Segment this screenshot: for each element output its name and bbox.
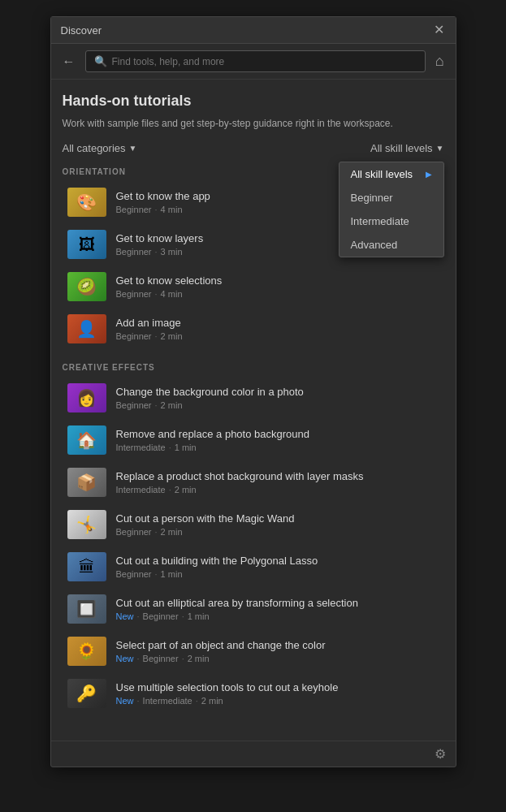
new-badge: New [116, 654, 134, 663]
settings-bar: ⚙ [51, 741, 456, 767]
search-input[interactable] [112, 56, 417, 67]
close-button[interactable]: ✕ [432, 24, 446, 37]
dropdown-item-advanced[interactable]: Advanced [339, 233, 443, 257]
skill-level-filter[interactable]: All skill levels ▼ [370, 142, 443, 154]
tutorial-meta: New · Intermediate · 2 min [116, 696, 439, 706]
tutorial-thumb: 🎨 [67, 188, 106, 217]
categories-filter[interactable]: All categories ▼ [63, 142, 137, 154]
tutorial-title: Replace a product shot background with l… [116, 470, 439, 482]
tutorial-title: Cut out a person with the Magic Wand [116, 512, 439, 525]
new-badge: New [116, 611, 134, 621]
tutorial-info: Add an image Beginner · 2 min [116, 317, 439, 341]
tutorial-thumb: 🏛 [67, 552, 106, 581]
tutorial-meta: Beginner · 2 min [116, 400, 439, 410]
tutorial-title: Select part of an object and change the … [116, 639, 439, 651]
tutorial-meta: Beginner · 2 min [116, 527, 439, 537]
creative-effects-list: 👩 Change the background color in a photo… [63, 377, 444, 715]
tutorial-item-elliptical-area[interactable]: 🔲 Cut out an elliptical area by transfor… [63, 588, 444, 630]
tutorial-title: Add an image [116, 317, 439, 329]
tutorial-info: Select part of an object and change the … [116, 639, 439, 663]
tutorial-thumb: 🔑 [67, 679, 106, 708]
tutorial-item-keyhole[interactable]: 🔑 Use multiple selection tools to cut ou… [63, 672, 444, 715]
tutorial-item-select-object-color[interactable]: 🌻 Select part of an object and change th… [63, 630, 444, 672]
tutorial-item-polygonal-lasso[interactable]: 🏛 Cut out a building with the Polygonal … [63, 546, 444, 588]
home-button[interactable]: ⌂ [432, 51, 448, 71]
dropdown-item-all[interactable]: All skill levels ▶ [339, 162, 443, 186]
tutorial-thumb: 📦 [67, 468, 106, 497]
tutorial-info: Cut out a building with the Polygonal La… [116, 555, 439, 579]
chevron-down-icon: ▼ [436, 144, 444, 153]
tutorial-thumb: 🌻 [67, 637, 106, 666]
tutorial-info: Replace a product shot background with l… [116, 470, 439, 495]
tutorial-title: Cut out an elliptical area by transformi… [116, 597, 439, 609]
tutorial-thumb: 🏠 [67, 425, 106, 455]
tutorial-info: Use multiple selection tools to cut out … [116, 681, 439, 706]
tutorial-item-get-to-know-selections[interactable]: 🥝 Get to know selections Beginner · 4 mi… [63, 266, 444, 308]
tutorial-info: Cut out a person with the Magic Wand Beg… [116, 512, 439, 537]
tutorial-item-magic-wand[interactable]: 🤸 Cut out a person with the Magic Wand B… [63, 503, 444, 546]
tutorial-item-remove-replace-bg[interactable]: 🏠 Remove and replace a photo background … [63, 419, 444, 461]
tutorial-info: Remove and replace a photo background In… [116, 428, 439, 452]
tutorial-item-add-an-image[interactable]: 👤 Add an image Beginner · 2 min [63, 308, 444, 350]
skill-level-dropdown: All skill levels ▶ Beginner Intermediate… [339, 162, 444, 257]
tutorial-info: Get to know selections Beginner · 4 min [116, 274, 439, 299]
tutorial-thumb: 🔲 [67, 594, 106, 624]
tutorial-meta: New · Beginner · 2 min [116, 654, 439, 663]
check-icon: ▶ [426, 170, 432, 179]
search-icon: 🔍 [94, 55, 107, 67]
dropdown-item-beginner[interactable]: Beginner [339, 186, 443, 209]
new-badge: New [116, 696, 134, 706]
tutorial-info: Cut out an elliptical area by transformi… [116, 597, 439, 621]
tutorial-info: Change the background color in a photo B… [116, 386, 439, 410]
tutorial-thumb: 🖼 [67, 230, 106, 259]
tutorial-meta: Intermediate · 1 min [116, 443, 439, 452]
tutorial-thumb: 🤸 [67, 510, 106, 539]
tutorial-item-change-bg-color[interactable]: 👩 Change the background color in a photo… [63, 377, 444, 419]
tutorial-thumb: 🥝 [67, 272, 106, 301]
tutorial-meta: Intermediate · 2 min [116, 485, 439, 495]
window-title: Discover [61, 24, 102, 37]
tutorial-thumb: 👤 [67, 314, 106, 343]
skill-filter-container: All skill levels ▼ All skill levels ▶ Be… [370, 142, 443, 154]
tutorial-meta: Beginner · 1 min [116, 569, 439, 579]
chevron-down-icon: ▼ [129, 144, 137, 153]
tutorial-title: Get to know selections [116, 274, 439, 287]
tutorial-title: Change the background color in a photo [116, 386, 439, 398]
tutorial-title: Remove and replace a photo background [116, 428, 439, 440]
discover-window: Discover ✕ ← 🔍 ⌂ Hands-on tutorials Work… [50, 16, 456, 767]
content-area: Hands-on tutorials Work with sample file… [51, 80, 456, 741]
tutorial-meta: Beginner · 2 min [116, 331, 439, 341]
filters-row: All categories ▼ All skill levels ▼ All … [63, 142, 444, 154]
toolbar: ← 🔍 ⌂ [51, 44, 456, 80]
page-subtitle: Work with sample files and get step-by-s… [63, 116, 444, 131]
page-title: Hands-on tutorials [63, 93, 444, 110]
tutorial-meta: New · Beginner · 1 min [116, 611, 439, 621]
tutorial-thumb: 👩 [67, 383, 106, 412]
tutorial-title: Use multiple selection tools to cut out … [116, 681, 439, 693]
dropdown-item-intermediate[interactable]: Intermediate [339, 209, 443, 233]
tutorial-meta: Beginner · 4 min [116, 289, 439, 299]
search-box: 🔍 [85, 50, 426, 72]
settings-button[interactable]: ⚙ [435, 746, 446, 762]
back-button[interactable]: ← [59, 53, 79, 71]
tutorial-item-layer-masks[interactable]: 📦 Replace a product shot background with… [63, 461, 444, 503]
title-bar: Discover ✕ [51, 17, 456, 44]
section-label-creative-effects: CREATIVE EFFECTS [63, 363, 444, 372]
tutorial-title: Cut out a building with the Polygonal La… [116, 555, 439, 567]
